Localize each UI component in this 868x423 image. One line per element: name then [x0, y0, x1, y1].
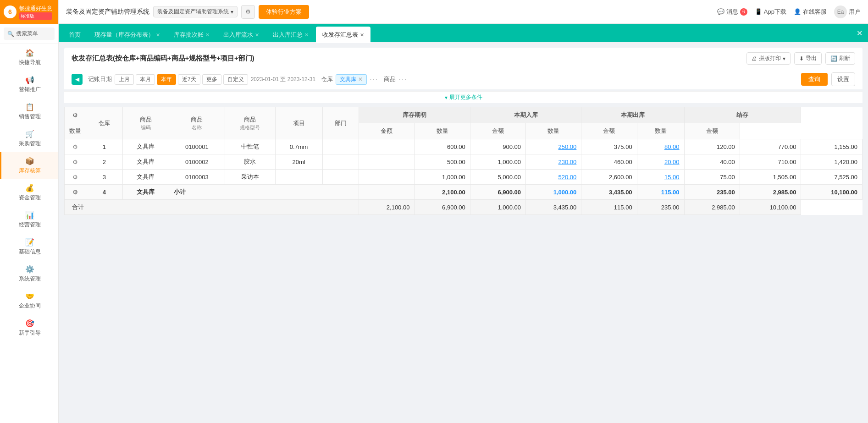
print-button[interactable]: 🖨 拼版打印 ▾: [746, 52, 791, 65]
row-in-qty[interactable]: 520.00: [526, 170, 581, 185]
date-btn-this-month[interactable]: 本月: [136, 74, 155, 85]
goods-more[interactable]: ···: [398, 75, 407, 83]
sidebar-logo: 6 畅捷通好生意 标准版: [0, 0, 58, 24]
subtotal-settings[interactable]: ⚙: [65, 185, 86, 200]
page-actions: 🖨 拼版打印 ▾ ⬇ 导出 🔄 刷新: [746, 52, 855, 65]
warehouse-more[interactable]: ···: [370, 75, 378, 83]
app-download-item[interactable]: 📱 App下载: [755, 8, 786, 16]
row-project: [322, 170, 359, 185]
topbar: 装备及固定资产辅助管理系统 装备及固定资产辅助管理系统 ▾ ⚙ 体验行业方案 💬…: [59, 0, 868, 24]
row-in-qty[interactable]: 250.00: [526, 139, 581, 154]
tab-close-inout-flow[interactable]: ✕: [255, 32, 259, 38]
tab-close-inventory-dist[interactable]: ✕: [156, 32, 160, 38]
export-button[interactable]: ⬇ 导出: [794, 52, 822, 65]
date-btn-this-year[interactable]: 本年: [157, 74, 176, 85]
sidebar-item-finance[interactable]: 💰 资金管理: [0, 179, 58, 206]
experience-btn[interactable]: 体验行业方案: [259, 5, 309, 19]
chevron-down-icon: ▾: [231, 9, 233, 15]
row-out-amt: 75.00: [684, 170, 740, 185]
refresh-button[interactable]: 🔄 刷新: [825, 52, 855, 65]
user-item[interactable]: Ea 用户: [834, 5, 861, 18]
goods-filter-section: 商品 ···: [384, 75, 407, 83]
message-icon: 💬: [717, 8, 724, 15]
sidebar-item-sales[interactable]: 📋 销售管理: [0, 98, 58, 125]
online-service-item[interactable]: 👤 在线客服: [794, 8, 827, 16]
th-project: 项目: [275, 107, 322, 139]
gear-settings-button[interactable]: ⚙: [241, 5, 255, 19]
date-label: 记账日期: [88, 75, 112, 83]
row-out-qty[interactable]: 80.00: [637, 139, 684, 154]
row-opening-amt: 900.00: [470, 139, 525, 154]
avatar: Ea: [834, 5, 847, 18]
tab-inout-flow[interactable]: 出入库流水 ✕: [217, 27, 265, 43]
tab-batch[interactable]: 库存批次账 ✕: [167, 27, 216, 43]
row-in-amt: 2,600.00: [581, 170, 637, 185]
row-goods-name: 采访本: [225, 170, 275, 185]
row-settings[interactable]: ⚙: [65, 170, 86, 185]
sidebar-item-purchase[interactable]: 🛒 采购管理: [0, 125, 58, 152]
tab-inout-summary[interactable]: 出入库汇总 ✕: [266, 27, 315, 43]
date-btn-prev-month[interactable]: 上月: [115, 74, 134, 85]
tab-close-receipt-summary[interactable]: ✕: [360, 32, 364, 38]
sidebar-item-corp[interactable]: 🤝 企业协同: [0, 287, 58, 314]
th-opening-qty: 数量: [65, 123, 86, 139]
row-goods-code: 0100003: [169, 170, 225, 185]
row-in-amt: 375.00: [581, 139, 637, 154]
subtotal-in-qty[interactable]: 1,000.00: [526, 185, 581, 200]
sidebar-item-operation[interactable]: 📊 经营管理: [0, 206, 58, 233]
date-btn-7days[interactable]: 近7天: [178, 74, 200, 85]
row-warehouse: 文具库: [122, 139, 169, 154]
marketing-icon: 📢: [25, 76, 34, 84]
sidebar-item-inventory[interactable]: 📦 库存核算: [0, 152, 58, 179]
tab-close-batch[interactable]: ✕: [205, 32, 210, 38]
row-out-qty[interactable]: 20.00: [637, 154, 684, 170]
tab-home[interactable]: 首页: [62, 27, 87, 43]
query-button[interactable]: 查询: [801, 73, 828, 86]
row-goods-name: 胶水: [225, 154, 275, 170]
subtotal-out-qty[interactable]: 115.00: [637, 185, 684, 200]
th-opening-group: 库存期初: [359, 107, 470, 123]
total-in-amt: 3,435.00: [526, 200, 581, 215]
th-goods-spec: 商品规格型号: [225, 107, 275, 139]
filter-setting-button[interactable]: 设置: [831, 72, 855, 86]
sidebar-item-system[interactable]: ⚙️ 系统管理: [0, 260, 58, 287]
row-settings[interactable]: ⚙: [65, 154, 86, 170]
main-area: 装备及固定资产辅助管理系统 装备及固定资产辅助管理系统 ▾ ⚙ 体验行业方案 💬…: [59, 0, 868, 423]
th-balance-group: 结存: [684, 107, 801, 123]
row-settings[interactable]: ⚙: [65, 139, 86, 154]
row-department: [359, 170, 415, 185]
sidebar-item-marketing[interactable]: 📢 营销推广: [0, 71, 58, 98]
date-btn-custom[interactable]: 自定义: [223, 74, 248, 85]
system-select[interactable]: 装备及固定资产辅助管理系统 ▾: [153, 6, 238, 17]
tab-receipt-summary[interactable]: 收发存汇总表 ✕: [316, 27, 370, 43]
service-icon: 👤: [794, 8, 801, 15]
table-row: ⚙ 1 文具库 0100001 中性笔 0.7mm 600.00 900.00 …: [65, 139, 862, 154]
sidebar-item-newbie[interactable]: 🎯 新手引导: [0, 314, 58, 341]
date-btn-more[interactable]: 更多: [202, 74, 221, 85]
basic-icon: 📝: [25, 238, 34, 247]
th-balance-amt: 金额: [684, 123, 740, 139]
message-item[interactable]: 💬 消息 6: [717, 8, 747, 16]
total-row: 合计 2,100.00 6,900.00 1,000.00 3,435.00 1…: [65, 200, 862, 215]
warehouse-tag[interactable]: 文具库 ✕: [336, 74, 367, 85]
row-no: 3: [86, 170, 123, 185]
row-warehouse: 文具库: [122, 154, 169, 170]
total-in-qty: 1,000.00: [470, 200, 525, 215]
row-opening-qty: 1,000.00: [415, 170, 470, 185]
row-in-amt: 460.00: [581, 154, 637, 170]
expand-bar[interactable]: ▾ 展开更多条件: [64, 91, 862, 103]
warehouse-tag-close[interactable]: ✕: [358, 76, 363, 82]
row-out-qty[interactable]: 15.00: [637, 170, 684, 185]
sales-icon: 📋: [25, 103, 34, 111]
search-menu-button[interactable]: 🔍 搜索菜单: [4, 27, 55, 40]
row-balance-qty: 1,505.00: [740, 170, 801, 185]
tab-inventory-dist[interactable]: 现存量（库存分布表） ✕: [88, 27, 166, 43]
sidebar-item-basic[interactable]: 📝 基础信息: [0, 233, 58, 260]
filter-collapse-button[interactable]: ◀: [72, 74, 83, 85]
sidebar-item-quick[interactable]: 🏠 快捷导航: [0, 44, 58, 71]
subtotal-label: 小计: [169, 185, 359, 200]
close-all-tabs-button[interactable]: ✕: [857, 29, 862, 38]
tab-close-inout-summary[interactable]: ✕: [304, 32, 309, 38]
message-badge: 6: [740, 8, 747, 16]
row-in-qty[interactable]: 230.00: [526, 154, 581, 170]
